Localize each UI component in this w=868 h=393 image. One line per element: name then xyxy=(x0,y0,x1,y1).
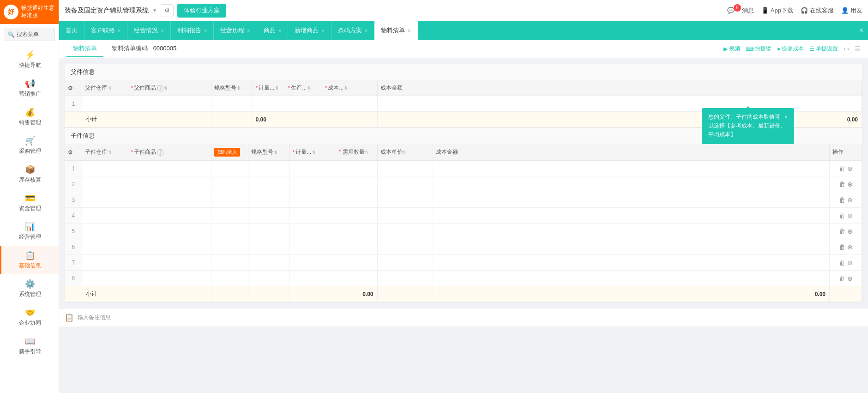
grid-view-button[interactable]: ☰ xyxy=(855,45,861,53)
child-cell-product-1[interactable] xyxy=(128,161,211,176)
child-cell-price-1[interactable] xyxy=(377,161,419,176)
sidebar-item-enterprise[interactable]: 🤝企业协同 xyxy=(0,303,59,332)
child-cell-price-2[interactable] xyxy=(377,176,419,192)
child-cell-qty-4[interactable] xyxy=(336,208,377,224)
tab-close-7[interactable]: × xyxy=(365,28,368,33)
child-cell-unit-6[interactable] xyxy=(289,239,322,255)
child-cell-warehouse-8[interactable] xyxy=(82,271,128,286)
copy-icon-7[interactable]: ⊕ xyxy=(847,259,853,266)
child-cell-scan-6[interactable] xyxy=(211,239,248,255)
child-cell-scan-2[interactable] xyxy=(211,176,248,192)
delete-icon-3[interactable]: 🗑 xyxy=(839,196,845,204)
child-col-settings[interactable]: ⚙ xyxy=(65,144,82,161)
product-info-icon[interactable]: i xyxy=(157,85,163,91)
child-cell-unit-4[interactable] xyxy=(289,208,322,224)
child-cell-spec-5[interactable] xyxy=(248,224,289,239)
sidebar-item-marketing[interactable]: 📢营销推广 xyxy=(0,74,59,103)
tooltip-close-button[interactable]: × xyxy=(784,113,788,121)
child-cell-product-5[interactable] xyxy=(128,224,211,239)
child-cell-unit-1[interactable] xyxy=(289,161,322,176)
scan-input-button[interactable]: 扫码录入 xyxy=(214,148,240,157)
parent-cell-spec-1[interactable] xyxy=(211,96,253,112)
sub-tab-bom[interactable]: 物料清单 xyxy=(66,41,103,57)
sidebar-item-system[interactable]: ⚙️系统管理 xyxy=(0,274,59,303)
child-cell-spec-3[interactable] xyxy=(248,192,289,208)
tab-close-1[interactable]: × xyxy=(118,28,121,33)
nav-tab-6[interactable]: 新增商品× xyxy=(288,21,331,40)
child-cell-product-6[interactable] xyxy=(128,239,211,255)
child-cell-qty-3[interactable] xyxy=(336,192,377,208)
parent-cell-unit-1[interactable] xyxy=(253,96,285,112)
nav-tab-8[interactable]: 物料清单× xyxy=(374,21,417,40)
child-cell-qty-1[interactable] xyxy=(336,161,377,176)
parent-col-settings[interactable]: ⚙ xyxy=(65,80,82,96)
child-cell-warehouse-4[interactable] xyxy=(82,208,128,224)
child-cell-price-4[interactable] xyxy=(377,208,419,224)
sidebar-item-quicknav[interactable]: ⚡快捷导航 xyxy=(0,45,59,74)
note-icon[interactable]: 📋 xyxy=(65,313,74,322)
copy-icon-8[interactable]: ⊕ xyxy=(847,275,853,282)
copy-icon-5[interactable]: ⊕ xyxy=(847,228,853,235)
child-cell-price-8[interactable] xyxy=(377,271,419,286)
sidebar-item-inventory[interactable]: 📦库存核算 xyxy=(0,160,59,188)
delete-icon-8[interactable]: 🗑 xyxy=(839,275,845,282)
nav-tab-4[interactable]: 经营历程× xyxy=(214,21,257,40)
sidebar-item-purchase[interactable]: 🛒采购管理 xyxy=(0,131,59,160)
child-cell-product-8[interactable] xyxy=(128,271,211,286)
shortcut-button[interactable]: ⌨ 快捷键 xyxy=(746,45,772,53)
child-cell-price-3[interactable] xyxy=(377,192,419,208)
child-cell-price-6[interactable] xyxy=(377,239,419,255)
delete-icon-7[interactable]: 🗑 xyxy=(839,259,845,266)
child-cell-spec-4[interactable] xyxy=(248,208,289,224)
delete-icon-1[interactable]: 🗑 xyxy=(839,165,845,172)
nav-tab-2[interactable]: 经营情况× xyxy=(127,21,170,40)
sub-tab-code[interactable]: 物料清单编码 0000005 xyxy=(105,41,183,57)
delete-icon-2[interactable]: 🗑 xyxy=(839,181,845,188)
child-cell-unit-5[interactable] xyxy=(289,224,322,239)
online-service-button[interactable]: 🎧 在线客服 xyxy=(801,6,834,15)
child-cell-qty-8[interactable] xyxy=(336,271,377,286)
copy-icon-2[interactable]: ⊕ xyxy=(847,181,853,188)
child-cell-qty-6[interactable] xyxy=(336,239,377,255)
parent-cell-product-1[interactable] xyxy=(128,96,211,112)
child-cell-product-3[interactable] xyxy=(128,192,211,208)
child-cell-scan-5[interactable] xyxy=(211,224,248,239)
child-cell-warehouse-1[interactable] xyxy=(82,161,128,176)
sidebar-item-finance[interactable]: 💳资金管理 xyxy=(0,188,59,217)
settings-gear-button[interactable]: ⚙ xyxy=(161,4,174,17)
sidebar-item-operation[interactable]: 📊经营管理 xyxy=(0,217,59,246)
child-cell-product-4[interactable] xyxy=(128,208,211,224)
child-cell-product-2[interactable] xyxy=(128,176,211,192)
copy-icon-4[interactable]: ⊕ xyxy=(847,212,853,219)
child-product-info-icon[interactable]: i xyxy=(157,149,163,156)
child-cell-spec-2[interactable] xyxy=(248,176,289,192)
child-cell-price-7[interactable] xyxy=(377,255,419,271)
child-cell-warehouse-7[interactable] xyxy=(82,255,128,271)
note-hint[interactable]: 输入备注信息 xyxy=(78,314,111,321)
copy-icon-3[interactable]: ⊕ xyxy=(847,196,853,204)
nav-tab-5[interactable]: 商品× xyxy=(257,21,288,40)
sidebar-item-sales[interactable]: 💰销售管理 xyxy=(0,103,59,131)
tab-close-3[interactable]: × xyxy=(204,28,207,33)
child-cell-unit-3[interactable] xyxy=(289,192,322,208)
sidebar-item-guide[interactable]: 📖新手引导 xyxy=(0,332,59,360)
tab-close-6[interactable]: × xyxy=(321,28,324,33)
tab-close-5[interactable]: × xyxy=(278,28,281,33)
parent-cell-warehouse-1[interactable] xyxy=(82,96,128,112)
child-cell-warehouse-5[interactable] xyxy=(82,224,128,239)
extract-cost-button[interactable]: ● 提取成本 xyxy=(777,45,804,53)
child-cell-spec-1[interactable] xyxy=(248,161,289,176)
tab-close-8[interactable]: × xyxy=(408,28,410,33)
child-cell-scan-3[interactable] xyxy=(211,192,248,208)
delete-icon-5[interactable]: 🗑 xyxy=(839,228,845,235)
close-all-tabs-button[interactable]: × xyxy=(855,21,868,40)
child-cell-scan-7[interactable] xyxy=(211,255,248,271)
tab-close-2[interactable]: × xyxy=(161,28,163,33)
user-button[interactable]: 👤 用友 xyxy=(841,6,862,15)
trial-button[interactable]: 体验行业方案 xyxy=(177,4,226,18)
parent-cell-cost-1[interactable] xyxy=(322,96,359,112)
nav-tab-7[interactable]: 条码方案× xyxy=(332,21,374,40)
app-download-button[interactable]: 📱 App下载 xyxy=(761,6,793,15)
copy-icon-6[interactable]: ⊕ xyxy=(847,243,853,251)
tab-close-4[interactable]: × xyxy=(247,28,250,33)
